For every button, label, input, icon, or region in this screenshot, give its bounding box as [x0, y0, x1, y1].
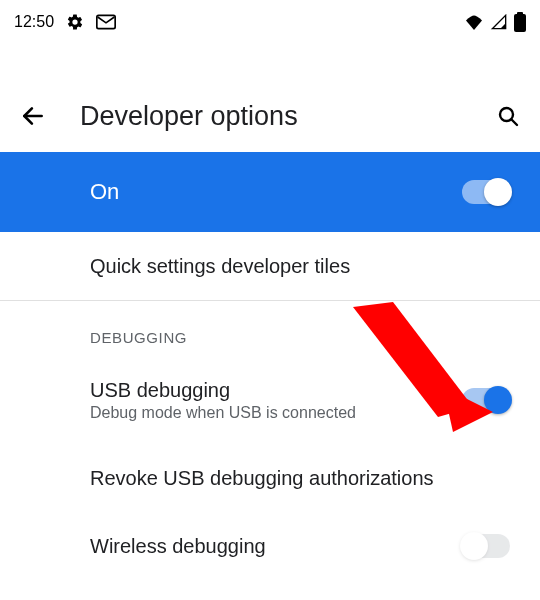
app-header: Developer options	[0, 80, 540, 152]
cell-signal-icon	[490, 14, 508, 30]
svg-rect-2	[517, 12, 523, 15]
developer-options-master-toggle-row[interactable]: On	[0, 152, 540, 232]
wifi-icon	[464, 14, 484, 30]
section-header-debugging: DEBUGGING	[0, 301, 540, 356]
revoke-usb-debugging-row[interactable]: Revoke USB debugging authorizations	[0, 444, 540, 512]
quick-tiles-title: Quick settings developer tiles	[90, 254, 510, 278]
usb-debugging-title: USB debugging	[90, 378, 462, 402]
svg-rect-1	[514, 14, 526, 32]
usb-debugging-toggle[interactable]	[462, 388, 510, 412]
back-button[interactable]	[20, 103, 46, 129]
gmail-icon	[96, 14, 116, 30]
usb-debugging-row[interactable]: USB debugging Debug mode when USB is con…	[0, 356, 540, 444]
status-bar: 12:50	[0, 0, 540, 44]
wireless-debugging-toggle[interactable]	[462, 534, 510, 558]
usb-debugging-subtitle: Debug mode when USB is connected	[90, 404, 462, 422]
revoke-title: Revoke USB debugging authorizations	[90, 466, 510, 490]
page-title: Developer options	[80, 101, 496, 132]
gear-icon	[66, 13, 84, 31]
wireless-debugging-row[interactable]: Wireless debugging	[0, 512, 540, 566]
quick-settings-developer-tiles-row[interactable]: Quick settings developer tiles	[0, 232, 540, 300]
svg-line-5	[512, 120, 518, 126]
wireless-title: Wireless debugging	[90, 534, 462, 558]
master-toggle-label: On	[90, 179, 462, 205]
search-button[interactable]	[496, 104, 520, 128]
master-toggle-switch[interactable]	[462, 180, 510, 204]
battery-icon	[514, 12, 526, 32]
status-time: 12:50	[14, 13, 54, 31]
